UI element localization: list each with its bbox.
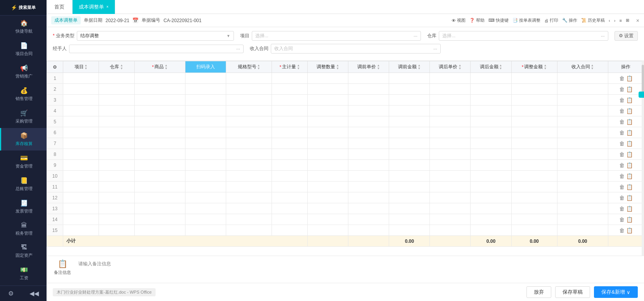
row-after-amount-14[interactable] <box>471 214 511 225</box>
row-spec-9[interactable] <box>226 160 272 171</box>
row-qty-10[interactable] <box>308 171 348 182</box>
row-project-10[interactable] <box>63 171 99 182</box>
row-after-price-7[interactable] <box>430 138 471 149</box>
row-scan-1[interactable] <box>185 73 226 84</box>
row-after-price-8[interactable] <box>430 149 471 160</box>
row-income-contract-11[interactable] <box>557 182 608 192</box>
sidebar-item-6[interactable]: 💳资金管理 <box>0 150 47 173</box>
collapse-icon[interactable]: ◀◀ <box>29 290 39 297</box>
row-goods-3[interactable] <box>134 95 185 106</box>
row-warehouse-11[interactable] <box>99 182 134 192</box>
row-after-price-5[interactable] <box>430 116 471 127</box>
row-spec-15[interactable] <box>226 225 272 236</box>
row-qty-12[interactable] <box>308 192 348 203</box>
warehouse-select[interactable]: 选择... ··· <box>439 31 608 41</box>
tab-home[interactable]: 首页 <box>47 0 73 14</box>
view-btn[interactable]: 👁 视图 <box>452 17 466 23</box>
copy-icon-12[interactable]: 📋 <box>626 195 633 201</box>
adjust-btn[interactable]: 📑 按单表调整 <box>512 17 540 23</box>
sidebar-item-7[interactable]: 📒总账管理 <box>0 173 47 195</box>
row-unit-6[interactable] <box>272 127 308 138</box>
row-after-amount-13[interactable] <box>471 203 511 214</box>
help-btn[interactable]: ❓ 帮助 <box>469 17 485 23</box>
row-income-contract-14[interactable] <box>557 214 608 225</box>
row-project-7[interactable] <box>63 138 99 149</box>
row-qty-3[interactable] <box>308 95 348 106</box>
row-income-contract-8[interactable] <box>557 149 608 160</box>
row-adj-amount-1[interactable] <box>511 73 557 84</box>
copy-icon-8[interactable]: 📋 <box>626 151 633 157</box>
row-after-amount-3[interactable] <box>471 95 511 106</box>
row-goods-15[interactable] <box>134 225 185 236</box>
delete-icon-9[interactable]: 🗑 <box>619 162 625 168</box>
row-prev-amount-4[interactable] <box>389 106 430 116</box>
row-adj-amount-6[interactable] <box>511 127 557 138</box>
row-unit-13[interactable] <box>272 203 308 214</box>
delete-icon-11[interactable]: 🗑 <box>619 184 625 190</box>
row-prev-amount-5[interactable] <box>389 116 430 127</box>
row-prev-price-1[interactable] <box>348 73 389 84</box>
row-project-1[interactable] <box>63 73 99 84</box>
row-warehouse-12[interactable] <box>99 192 134 203</box>
sidebar-item-0[interactable]: 🏠快捷导航 <box>0 16 47 38</box>
row-unit-7[interactable] <box>272 138 308 149</box>
tab-active[interactable]: 成本调整单 × <box>73 0 115 14</box>
delete-icon-8[interactable]: 🗑 <box>619 151 625 157</box>
delete-icon-4[interactable]: 🗑 <box>619 108 625 114</box>
row-spec-11[interactable] <box>226 182 272 192</box>
row-after-amount-5[interactable] <box>471 116 511 127</box>
row-after-price-13[interactable] <box>430 203 471 214</box>
row-project-5[interactable] <box>63 116 99 127</box>
row-project-8[interactable] <box>63 149 99 160</box>
row-spec-14[interactable] <box>226 214 272 225</box>
discard-button[interactable]: 放弃 <box>526 286 551 298</box>
delete-icon-3[interactable]: 🗑 <box>619 97 625 103</box>
row-goods-11[interactable] <box>134 182 185 192</box>
delete-icon-2[interactable]: 🗑 <box>619 86 625 92</box>
row-adj-amount-8[interactable] <box>511 149 557 160</box>
row-unit-15[interactable] <box>272 225 308 236</box>
row-prev-price-11[interactable] <box>348 182 389 192</box>
save-button[interactable]: 保存&新增 ∨ <box>594 286 638 298</box>
delete-icon-13[interactable]: 🗑 <box>619 206 625 212</box>
row-prev-price-15[interactable] <box>348 225 389 236</box>
row-goods-7[interactable] <box>134 138 185 149</box>
row-income-contract-1[interactable] <box>557 73 608 84</box>
row-spec-2[interactable] <box>226 84 272 95</box>
row-adj-amount-2[interactable] <box>511 84 557 95</box>
row-after-amount-9[interactable] <box>471 160 511 171</box>
project-dots[interactable]: ··· <box>414 33 417 39</box>
row-warehouse-10[interactable] <box>99 171 134 182</box>
row-income-contract-7[interactable] <box>557 138 608 149</box>
copy-icon-10[interactable]: 📋 <box>626 173 633 179</box>
row-spec-3[interactable] <box>226 95 272 106</box>
row-unit-2[interactable] <box>272 84 308 95</box>
row-project-14[interactable] <box>63 214 99 225</box>
row-adj-amount-4[interactable] <box>511 106 557 116</box>
row-prev-amount-6[interactable] <box>389 127 430 138</box>
nav-next-btn[interactable]: › <box>614 18 616 23</box>
col-sort-qty[interactable]: 调整数量 ▲▼ <box>317 64 339 70</box>
row-unit-12[interactable] <box>272 192 308 203</box>
delete-icon-14[interactable]: 🗑 <box>619 216 625 223</box>
scrollbar-thumb[interactable] <box>642 65 644 96</box>
sidebar-item-4[interactable]: 🛒采购管理 <box>0 106 47 128</box>
row-prev-amount-8[interactable] <box>389 149 430 160</box>
sidebar-item-9[interactable]: 🏛税务管理 <box>0 218 47 240</box>
row-prev-price-3[interactable] <box>348 95 389 106</box>
row-scan-10[interactable] <box>185 171 226 182</box>
row-after-price-11[interactable] <box>430 182 471 192</box>
col-sort-project[interactable]: 项目 ▲▼ <box>74 64 88 70</box>
row-goods-1[interactable] <box>134 73 185 84</box>
row-goods-9[interactable] <box>134 160 185 171</box>
row-spec-6[interactable] <box>226 127 272 138</box>
row-scan-6[interactable] <box>185 127 226 138</box>
copy-icon-6[interactable]: 📋 <box>626 130 633 136</box>
row-goods-5[interactable] <box>134 116 185 127</box>
row-prev-price-5[interactable] <box>348 116 389 127</box>
row-prev-amount-10[interactable] <box>389 171 430 182</box>
row-spec-1[interactable] <box>226 73 272 84</box>
row-warehouse-6[interactable] <box>99 127 134 138</box>
sidebar-item-2[interactable]: 📢营销推广 <box>0 61 47 83</box>
row-spec-4[interactable] <box>226 106 272 116</box>
